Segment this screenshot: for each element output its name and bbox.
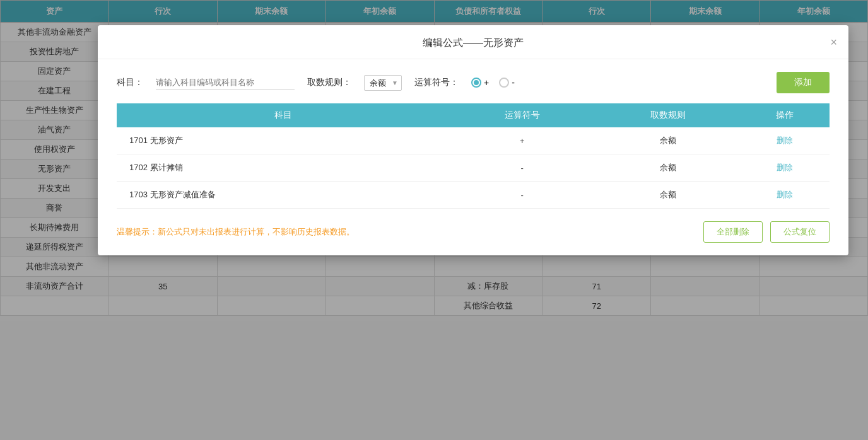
operator-radio-group: + - [471,78,515,88]
formula-operator-cell: - [449,154,595,182]
formula-subject-cell: 1701 无形资产 [117,127,449,154]
operator-plus-label: + [484,78,489,88]
operator-minus-label: - [512,78,515,88]
formula-col-header: 科目 [117,103,449,127]
formula-rule-cell: 余额 [595,127,741,154]
modal-header: 编辑公式——无形资产 × [98,25,848,59]
delete-row-button[interactable]: 删除 [777,190,793,199]
operator-plus-radio[interactable]: + [471,78,489,88]
modal-title: 编辑公式——无形资产 [423,37,524,50]
modal-footer: 温馨提示：新公式只对未出报表进行计算，不影响历史报表数据。 全部删除 公式复位 [98,209,848,243]
formula-operator-cell: - [449,182,595,209]
inner-table-wrap: 科目运算符号取数规则操作 1701 无形资产+余额删除1702 累计摊销-余额删… [117,103,830,209]
formula-action-cell: 删除 [741,127,830,154]
footer-tip: 温馨提示：新公式只对未出报表进行计算，不影响历史报表数据。 [117,226,355,238]
formula-subject-cell: 1703 无形资产减值准备 [117,182,449,209]
formula-col-header: 取数规则 [595,103,741,127]
subject-label: 科目： [117,77,143,88]
formula-rule-cell: 余额 [595,182,741,209]
formula-operator-cell: + [449,127,595,154]
formula-table-row: 1701 无形资产+余额删除 [117,127,830,154]
reset-button[interactable]: 公式复位 [770,221,830,243]
formula-col-header: 运算符号 [449,103,595,127]
formula-table-body: 1701 无形资产+余额删除1702 累计摊销-余额删除1703 无形资产减值准… [117,127,830,209]
radio-circle-plus [471,78,481,88]
formula-col-header: 操作 [741,103,830,127]
add-button[interactable]: 添加 [777,72,830,93]
formula-table-row: 1702 累计摊销-余额删除 [117,154,830,182]
delete-row-button[interactable]: 删除 [777,163,793,172]
radio-circle-minus [499,78,509,88]
formula-subject-cell: 1702 累计摊销 [117,154,449,182]
formula-rule-cell: 余额 [595,154,741,182]
subject-input[interactable] [156,75,295,90]
rule-label: 取数规则： [307,77,351,88]
edit-formula-modal: 编辑公式——无形资产 × 科目： 取数规则： 余额 借方 贷方 ▼ 运算符号： … [98,25,848,255]
delete-all-button[interactable]: 全部删除 [703,221,763,243]
form-row: 科目： 取数规则： 余额 借方 贷方 ▼ 运算符号： + - 添加 [98,59,848,103]
operator-minus-radio[interactable]: - [499,78,515,88]
formula-table-header: 科目运算符号取数规则操作 [117,103,830,127]
close-button[interactable]: × [830,37,837,48]
formula-table: 科目运算符号取数规则操作 1701 无形资产+余额删除1702 累计摊销-余额删… [117,103,830,209]
formula-table-row: 1703 无形资产减值准备-余额删除 [117,182,830,209]
operator-label: 运算符号： [414,77,459,88]
rule-select[interactable]: 余额 借方 贷方 [364,75,402,91]
formula-action-cell: 删除 [741,182,830,209]
footer-buttons: 全部删除 公式复位 [703,221,830,243]
delete-row-button[interactable]: 删除 [777,136,793,145]
rule-select-wrap[interactable]: 余额 借方 贷方 ▼ [364,75,402,91]
formula-action-cell: 删除 [741,154,830,182]
